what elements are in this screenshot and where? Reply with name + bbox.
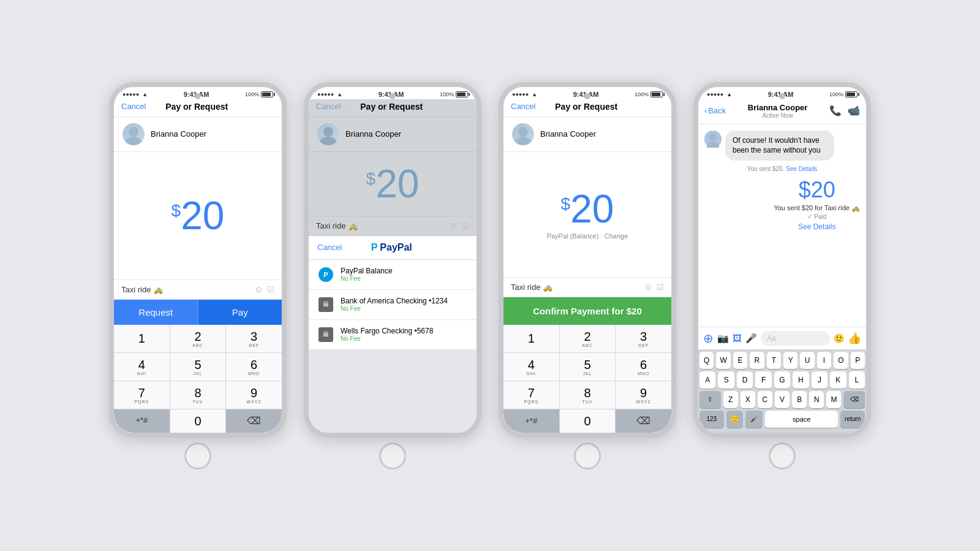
numpad-9[interactable]: 9WXYZ	[226, 381, 282, 409]
see-details-link-1[interactable]: See Details	[786, 165, 817, 172]
image-btn[interactable]: 🖼	[733, 333, 742, 343]
p3-numpad-1[interactable]: 1	[503, 325, 559, 352]
phone2-cancel-btn[interactable]: Cancel	[316, 102, 341, 111]
p3-camera-icon[interactable]: ⊙	[645, 283, 652, 292]
key-y[interactable]: Y	[783, 352, 797, 369]
p3-numpad-9[interactable]: 9WXYZ	[616, 381, 671, 409]
key-n[interactable]: N	[809, 391, 824, 408]
key-o[interactable]: O	[834, 352, 848, 369]
p3-numpad-backspace[interactable]: ⌫	[616, 409, 671, 433]
numpad-8[interactable]: 8TUV	[170, 381, 226, 409]
key-123[interactable]: 123	[699, 411, 724, 428]
camera-icon[interactable]: ⊙	[255, 285, 262, 294]
see-details-link-2[interactable]: See Details	[774, 222, 860, 231]
p3-numpad-0[interactable]: 0	[560, 409, 616, 433]
numpad-2[interactable]: 2ABC	[170, 325, 226, 352]
phone1-cancel-btn[interactable]: Cancel	[121, 102, 146, 111]
key-w[interactable]: W	[716, 352, 730, 369]
key-l[interactable]: L	[849, 371, 865, 389]
key-shift[interactable]: ⇧	[699, 391, 721, 408]
phone3-note[interactable]: Taxi ride 🚕	[511, 283, 645, 292]
key-b[interactable]: B	[792, 391, 807, 408]
key-p[interactable]: P	[851, 352, 865, 369]
numpad-special[interactable]: +*#	[114, 409, 170, 433]
video-icon[interactable]: 📹	[848, 105, 860, 116]
key-s[interactable]: S	[718, 371, 734, 389]
messenger-contact[interactable]: Brianna Cooper Active Now	[726, 103, 829, 119]
numpad-5[interactable]: 5JKL	[170, 353, 226, 381]
key-r[interactable]: R	[750, 352, 764, 369]
boa-icon: 🏛	[317, 296, 334, 313]
numpad-3[interactable]: 3DEF	[226, 325, 282, 352]
phone3-status-bar: ●●●●● ▲ 9:41 AM 100%	[503, 87, 671, 99]
key-x[interactable]: X	[741, 391, 755, 408]
key-u[interactable]: U	[800, 352, 814, 369]
p3-numpad-4[interactable]: 4GHI	[503, 353, 559, 381]
edit-icon[interactable]: ☑	[267, 285, 274, 294]
numpad-backspace[interactable]: ⌫	[226, 409, 282, 433]
key-m[interactable]: M	[826, 391, 841, 408]
numpad-6[interactable]: 6MNO	[226, 353, 282, 381]
numpad-1[interactable]: 1	[114, 325, 170, 352]
numpad-4[interactable]: 4GHI	[114, 353, 170, 381]
key-c[interactable]: C	[758, 391, 772, 408]
add-btn[interactable]: ⊕	[703, 331, 714, 346]
key-backspace[interactable]: ⌫	[843, 391, 865, 408]
p3-numpad-8[interactable]: 8TUV	[560, 381, 616, 409]
key-space[interactable]: space	[765, 411, 838, 428]
p3-numpad-3[interactable]: 3DEF	[616, 325, 671, 352]
phone3-note-icons: ⊙ ☑	[645, 283, 664, 292]
picker-cancel-btn[interactable]: Cancel	[317, 243, 342, 252]
like-btn[interactable]: 👍	[848, 332, 861, 345]
phone1-home-btn[interactable]	[184, 443, 211, 469]
key-k[interactable]: K	[830, 371, 846, 389]
key-e[interactable]: E	[733, 352, 747, 369]
p2-camera-icon[interactable]: ⊙	[450, 221, 457, 230]
key-mic[interactable]: 🎤	[745, 411, 763, 428]
key-h[interactable]: H	[793, 371, 809, 389]
p3-numpad-5[interactable]: 5JKL	[560, 353, 616, 381]
key-a[interactable]: A	[699, 371, 715, 389]
phone2-home-btn[interactable]	[379, 443, 406, 469]
chat-input-field[interactable]: Aa	[761, 331, 830, 346]
key-emoji[interactable]: 🙂	[726, 411, 744, 428]
phone3-home-btn[interactable]	[574, 443, 601, 469]
p3-numpad-6[interactable]: 6MNO	[616, 353, 671, 381]
key-v[interactable]: V	[775, 391, 790, 408]
key-g[interactable]: G	[774, 371, 790, 389]
p3-numpad-special[interactable]: +*#	[503, 409, 559, 433]
camera-btn[interactable]: 📷	[717, 333, 729, 344]
mic-btn[interactable]: 🎤	[745, 333, 757, 344]
key-d[interactable]: D	[737, 371, 753, 389]
back-label[interactable]: Back	[708, 106, 726, 115]
phone4-home-btn[interactable]	[769, 443, 796, 469]
key-j[interactable]: J	[812, 371, 827, 389]
numpad-7[interactable]: 7PQRS	[114, 381, 170, 409]
wells-fee: No Fee	[341, 335, 468, 342]
p2-edit-icon[interactable]: ☑	[462, 221, 469, 230]
key-return[interactable]: return	[840, 411, 865, 428]
phone1-pay-btn[interactable]: Pay	[198, 300, 282, 325]
p3-numpad-2[interactable]: 2ABC	[560, 325, 616, 352]
boa-option[interactable]: 🏛 Bank of America Checking •1234 No Fee	[309, 290, 477, 320]
svg-point-3	[320, 137, 337, 145]
messenger-back-btn[interactable]: ‹ Back	[704, 106, 726, 115]
phone1-request-btn[interactable]: Request	[114, 300, 198, 325]
key-q[interactable]: Q	[699, 352, 714, 369]
phone3-cancel-btn[interactable]: Cancel	[511, 102, 535, 111]
phone4-wrapper: ●●●●● ▲ 9:41 AM 100% ‹ Back	[693, 82, 871, 469]
phone-icon[interactable]: 📞	[829, 105, 842, 116]
wells-option[interactable]: 🏛 Wells Fargo Checking •5678 No Fee	[309, 320, 477, 350]
numpad-0[interactable]: 0	[170, 409, 226, 433]
phone1-note[interactable]: Taxi ride 🚕	[121, 285, 255, 294]
p3-edit-icon[interactable]: ☑	[657, 283, 664, 292]
p3-numpad-7[interactable]: 7PQRS	[503, 381, 559, 409]
key-i[interactable]: I	[817, 352, 831, 369]
confirm-payment-btn[interactable]: Confirm Payment for $20	[503, 297, 671, 325]
paypal-balance-option[interactable]: P PayPal Balance No Fee	[309, 260, 477, 290]
phone2-note[interactable]: Taxi ride 🚕	[316, 221, 450, 230]
key-t[interactable]: T	[767, 352, 781, 369]
key-f[interactable]: F	[755, 371, 771, 389]
emoji-btn[interactable]: 🙂	[834, 333, 844, 343]
key-z[interactable]: Z	[723, 391, 738, 408]
